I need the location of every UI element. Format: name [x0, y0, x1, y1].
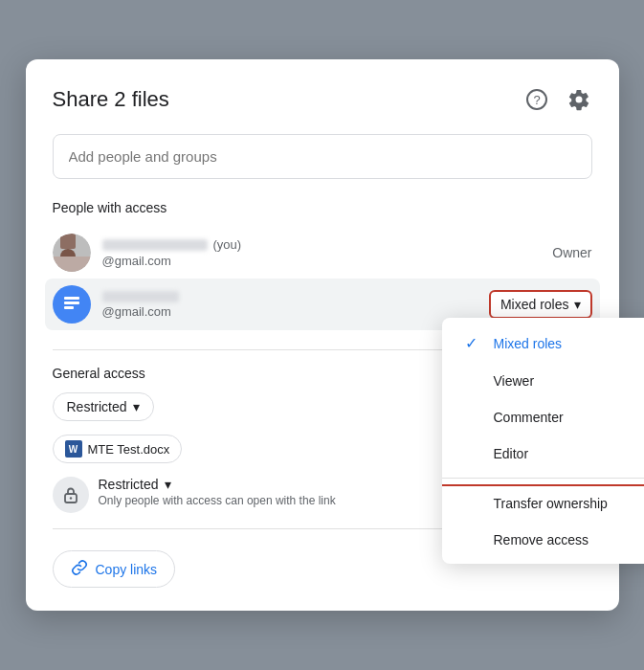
dropdown-item-commenter[interactable]: Commenter: [442, 399, 645, 436]
dropdown-divider: [442, 478, 645, 479]
chevron-restricted2-icon: ▾: [165, 477, 171, 492]
svg-point-7: [69, 497, 71, 499]
person-email-owner: @gmail.com: [102, 254, 542, 268]
dropdown-item-editor-label: Editor: [494, 446, 529, 461]
settings-icon[interactable]: [566, 86, 592, 113]
mixed-roles-dropdown: ✓ Mixed roles Viewer Commenter Editor Tr…: [442, 318, 645, 564]
modal-title: Share 2 files: [53, 87, 169, 112]
person-name-row2: [102, 291, 477, 302]
svg-rect-3: [64, 297, 79, 300]
dropdown-remove-label: Remove access: [494, 532, 589, 547]
person-info-owner: (you) @gmail.com: [102, 237, 542, 268]
person-name-row: (you): [102, 237, 542, 252]
copy-link-icon: [71, 559, 88, 579]
people-section-label: People with access: [53, 200, 592, 215]
dropdown-item-editor[interactable]: Editor: [442, 436, 645, 472]
dropdown-transfer-label: Transfer ownership: [494, 496, 608, 511]
modal-header: Share 2 files ?: [53, 86, 592, 113]
copy-links-button[interactable]: Copy links: [53, 550, 176, 588]
dropdown-item-transfer[interactable]: Transfer ownership: [442, 484, 645, 522]
lock-icon: [53, 477, 89, 513]
dropdown-item-viewer-label: Viewer: [494, 373, 535, 389]
restricted-access-label: Restricted: [99, 477, 159, 492]
owner-role-label: Owner: [552, 245, 591, 260]
restricted-dropdown[interactable]: Restricted ▾: [53, 392, 154, 421]
svg-text:?: ?: [533, 93, 540, 107]
person-row-owner: (you) @gmail.com Owner: [53, 227, 592, 279]
share-modal: Share 2 files ? People with access: [26, 59, 619, 611]
people-list: People with access (you) @gmail.com Owne…: [53, 200, 592, 330]
dropdown-item-viewer[interactable]: Viewer: [442, 363, 645, 399]
word-icon: W: [65, 440, 82, 458]
person-info-user2: @gmail.com: [102, 291, 477, 319]
chevron-restricted-icon: ▾: [133, 399, 140, 414]
person-you-label: (you): [213, 237, 242, 252]
person-name-blur: [102, 239, 208, 251]
dropdown-item-remove[interactable]: Remove access: [442, 522, 645, 558]
dropdown-item-label: Mixed roles: [494, 336, 563, 351]
copy-links-label: Copy links: [96, 562, 158, 577]
avatar-blue-icon: [53, 285, 91, 324]
avatar-user2: [53, 285, 91, 324]
restricted-info: Restricted ▾ Only people with access can…: [99, 477, 336, 507]
person-email-user2: @gmail.com: [102, 304, 477, 319]
person-name-blur2: [102, 291, 179, 302]
help-icon[interactable]: ?: [523, 86, 550, 113]
restricted-desc: Only people with access can open with th…: [99, 494, 336, 507]
svg-rect-5: [64, 306, 74, 309]
restricted-name[interactable]: Restricted ▾: [99, 477, 336, 492]
mixed-roles-label: Mixed roles: [500, 297, 569, 312]
avatar-owner: [53, 234, 91, 272]
svg-rect-4: [64, 302, 79, 304]
search-input[interactable]: [53, 134, 592, 179]
dropdown-item-commenter-label: Commenter: [494, 410, 564, 425]
file-chip-label: MTE Test.docx: [88, 442, 170, 457]
chevron-down-icon: ▾: [574, 297, 581, 312]
file-chip-docx[interactable]: W MTE Test.docx: [53, 435, 183, 463]
header-icons: ?: [523, 86, 592, 113]
mixed-roles-button[interactable]: Mixed roles ▾: [489, 290, 592, 319]
check-icon: ✓: [465, 334, 482, 352]
restricted-label: Restricted: [67, 399, 127, 414]
dropdown-item-mixed-roles[interactable]: ✓ Mixed roles: [442, 324, 645, 363]
